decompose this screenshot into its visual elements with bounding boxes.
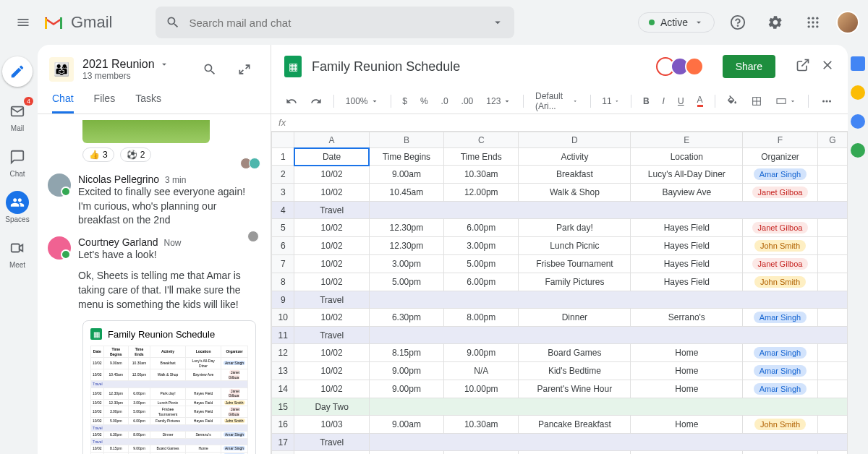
borders-button[interactable]: [746, 93, 767, 110]
underline-button[interactable]: U: [673, 93, 689, 109]
cell[interactable]: 5.00pm: [444, 255, 519, 273]
cell[interactable]: 5.00pm: [369, 273, 443, 291]
redo-button[interactable]: [306, 93, 326, 110]
search-box[interactable]: [156, 7, 514, 38]
open-external-button[interactable]: [796, 58, 810, 75]
collaborator-avatars[interactable]: [660, 57, 704, 76]
cell[interactable]: 10/02: [294, 362, 369, 380]
user-avatar[interactable]: [48, 236, 71, 260]
cell[interactable]: Amar Singh: [743, 380, 817, 398]
help-button[interactable]: [723, 8, 752, 37]
cell[interactable]: Amar Singh: [743, 309, 817, 327]
user-avatar[interactable]: [48, 174, 71, 197]
reaction[interactable]: 👍3: [82, 147, 114, 162]
row-header[interactable]: 13: [272, 362, 294, 380]
cell[interactable]: Lucy's All-Day Diner: [631, 166, 743, 184]
cell[interactable]: Lunch Picnic: [519, 237, 631, 255]
cell[interactable]: Organizer: [743, 148, 817, 166]
cell[interactable]: Walk & Shop: [519, 184, 631, 202]
cell[interactable]: 10.00pm: [444, 380, 519, 398]
more-button[interactable]: [816, 92, 838, 111]
cell[interactable]: 10/02: [294, 255, 369, 273]
cell[interactable]: 10/02: [294, 184, 369, 202]
rail-chat[interactable]: Chat: [6, 145, 29, 178]
cell[interactable]: 12.30pm: [369, 219, 443, 237]
cell[interactable]: Home: [631, 362, 743, 380]
tab-files[interactable]: Files: [94, 93, 116, 113]
cell[interactable]: 6.00pm: [444, 219, 519, 237]
row-header[interactable]: 8: [272, 273, 294, 291]
cell[interactable]: 8.15pm: [369, 344, 443, 362]
collapse-button[interactable]: [230, 55, 259, 84]
calendar-addon[interactable]: [851, 56, 865, 71]
row-header[interactable]: 7: [272, 255, 294, 273]
zoom-select[interactable]: 100%: [341, 93, 383, 109]
cell[interactable]: Hayes Field: [631, 237, 743, 255]
cell[interactable]: Janet Gilboa: [743, 255, 817, 273]
cell[interactable]: 8.00pm: [444, 309, 519, 327]
cell[interactable]: [817, 380, 847, 398]
row-header[interactable]: 12: [272, 344, 294, 362]
cell[interactable]: [817, 237, 847, 255]
tasks-addon[interactable]: [851, 114, 865, 129]
cell[interactable]: Time Ends: [444, 148, 519, 166]
cell[interactable]: 10.30am: [444, 166, 519, 184]
cell[interactable]: [369, 327, 847, 344]
member-count[interactable]: 13 members: [82, 71, 187, 81]
cell[interactable]: 12.30pm: [444, 451, 519, 455]
cell[interactable]: 10.45am: [369, 184, 443, 202]
cell[interactable]: [817, 184, 847, 202]
decimal-dec-button[interactable]: .0: [437, 93, 453, 109]
cell[interactable]: 9.00am: [369, 416, 443, 434]
cell[interactable]: Glenview Theater: [631, 451, 743, 455]
close-button[interactable]: [820, 58, 835, 75]
cell[interactable]: N/A: [444, 362, 519, 380]
column-header[interactable]: B: [369, 132, 443, 148]
cell[interactable]: Travel: [294, 291, 369, 309]
cell[interactable]: 9.00pm: [369, 380, 443, 398]
cell[interactable]: [817, 416, 847, 434]
cell[interactable]: Family Pictures: [519, 273, 631, 291]
gmail-logo[interactable]: Gmail: [43, 13, 112, 32]
row-header[interactable]: 1: [272, 148, 294, 166]
cell[interactable]: Day Two: [294, 398, 369, 416]
cell[interactable]: 10.30am: [444, 416, 519, 434]
cell[interactable]: 10/03: [294, 451, 369, 455]
cell[interactable]: [817, 362, 847, 380]
column-header[interactable]: A: [294, 132, 369, 148]
italic-button[interactable]: I: [658, 93, 669, 109]
cell[interactable]: 10/02: [294, 237, 369, 255]
row-header[interactable]: 9: [272, 291, 294, 309]
status-pill[interactable]: Active: [638, 12, 715, 33]
formula-bar[interactable]: fx: [271, 114, 848, 132]
settings-button[interactable]: [761, 8, 790, 37]
row-header[interactable]: 2: [272, 166, 294, 184]
cell[interactable]: 10/02: [294, 380, 369, 398]
percent-button[interactable]: %: [416, 93, 433, 109]
search-options-icon[interactable]: [491, 16, 504, 29]
decimal-inc-button[interactable]: .00: [457, 93, 478, 109]
fillcolor-button[interactable]: [722, 93, 742, 110]
cell[interactable]: [369, 398, 847, 416]
rail-meet[interactable]: Meet: [6, 236, 29, 269]
cell[interactable]: Location: [631, 148, 743, 166]
cell[interactable]: Time Begins: [369, 148, 443, 166]
cell[interactable]: Travel: [294, 327, 369, 344]
column-header[interactable]: E: [631, 132, 743, 148]
chat-search-button[interactable]: [195, 55, 224, 84]
currency-button[interactable]: $: [398, 93, 412, 109]
cell[interactable]: Home: [631, 380, 743, 398]
cell[interactable]: Amar Singh: [743, 362, 817, 380]
cell[interactable]: Janet Gilboa: [743, 219, 817, 237]
cell[interactable]: Parent's Wine Hour: [519, 380, 631, 398]
keep-addon[interactable]: [851, 85, 865, 100]
cell[interactable]: 12.00pm: [444, 184, 519, 202]
cell[interactable]: [817, 255, 847, 273]
sheets-attachment-card[interactable]: ▦Family Reunion Schedule DateTime Begins…: [82, 320, 256, 454]
search-input[interactable]: [189, 17, 491, 29]
cell[interactable]: Home: [631, 344, 743, 362]
cell[interactable]: Amar Singh: [743, 344, 817, 362]
row-header[interactable]: 16: [272, 416, 294, 434]
column-header[interactable]: C: [444, 132, 519, 148]
cell[interactable]: [817, 344, 847, 362]
